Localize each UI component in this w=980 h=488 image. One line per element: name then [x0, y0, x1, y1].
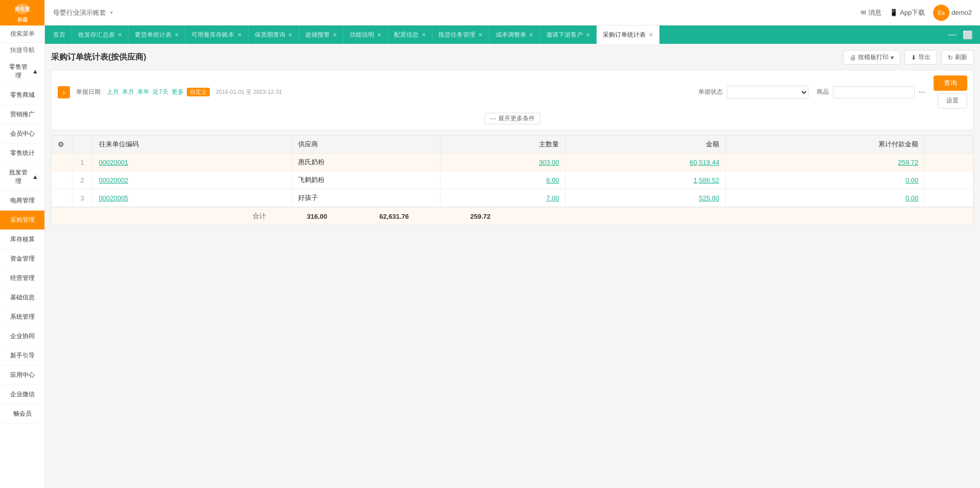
refresh-button[interactable]: ↻ 刷新 — [941, 50, 974, 65]
sidebar-item-newbie[interactable]: 新手引导 — [0, 346, 44, 366]
row-settings-cell — [52, 171, 72, 189]
tab-receive-pay[interactable]: 收发存汇总表 × — [72, 25, 129, 44]
supplier-code-cell: 00020001 — [92, 153, 291, 171]
sidebar-item-sys-manage[interactable]: 系统管理 — [0, 307, 44, 327]
sidebar-item-retail-mall[interactable]: 零售商城 — [0, 86, 44, 105]
sidebar-item-finance[interactable]: 资金管理 — [0, 249, 44, 269]
paid-cell: 0.00 — [726, 171, 925, 189]
tab-close-purchase-stats[interactable]: × — [649, 31, 653, 38]
workspace-dropdown-icon: ▾ — [110, 10, 113, 15]
tab-goods-stats[interactable]: 要货单统计表 × — [129, 25, 185, 44]
table-row[interactable]: 2 00020002 飞鹤奶粉 6.00 1,586.52 0.00 — [52, 171, 973, 189]
tab-bar: 首页 收发存汇总表 × 要货单统计表 × 可用量库存账本 × 保质期查询 × 超… — [45, 25, 980, 44]
extra-cell — [925, 189, 973, 207]
sidebar-item-retail-manage[interactable]: 零售管理 ▲ — [0, 58, 44, 86]
tab-config[interactable]: 配置信息 × — [388, 25, 432, 44]
custom-badge[interactable]: 自定义 — [187, 88, 210, 96]
table-body: 1 00020001 惠氏奶粉 303.00 60,519.44 259.72 … — [52, 153, 973, 207]
sidebar-item-inventory[interactable]: 库存核算 — [0, 230, 44, 249]
workspace-selector[interactable]: 母婴行业演示账套 ▾ — [53, 8, 113, 17]
tab-close-receive-pay[interactable]: × — [118, 31, 122, 38]
tab-close-cost-adjust[interactable]: × — [529, 31, 533, 38]
tab-available-stock[interactable]: 可用量库存账本 × — [185, 25, 248, 44]
shortcut-this-year[interactable]: 本年 — [137, 88, 150, 96]
tab-validity[interactable]: 保质期查询 × — [249, 25, 299, 44]
tab-close-invite-downstream[interactable]: × — [586, 31, 590, 38]
tab-close-goods-stats[interactable]: × — [175, 31, 179, 38]
sidebar-item-wholesale[interactable]: 批发管理 ▲ — [0, 163, 44, 191]
table-row[interactable]: 3 00020005 好孩子 7.00 525.80 0.00 — [52, 189, 973, 207]
col-amount: 金额 — [566, 136, 726, 153]
col-paid: 累计付款金额 — [726, 136, 925, 153]
sidebar-item-marketing[interactable]: 营销推广 — [0, 105, 44, 124]
message-btn[interactable]: ✉ 消息 — [861, 8, 881, 17]
content-area: 采购订单统计表(按供应商) 🖨 按模板打印 ▾ ⬇ 导出 ↻ 刷新 — [45, 44, 980, 488]
col-settings-icon[interactable]: ⚙ — [58, 140, 64, 148]
tab-purchase-stats[interactable]: 采购订单统计表 × — [597, 25, 659, 44]
col-settings: ⚙ — [52, 136, 72, 153]
shortcut-this-month[interactable]: 本月 — [122, 88, 134, 96]
goods-input[interactable] — [833, 86, 915, 98]
sidebar-item-purchase[interactable]: 采购管理 — [0, 211, 44, 230]
search-button[interactable]: 查询 — [934, 75, 967, 91]
filter-area: › 单据日期 上月 本月 本年 近7天 更多 自定义 2016-01-01 至 … — [51, 70, 974, 130]
tab-function-desc[interactable]: 功能说明 × — [344, 25, 388, 44]
tab-close-config[interactable]: × — [422, 31, 426, 38]
row-settings-cell — [52, 189, 72, 207]
top-header: 母婴行业演示账套 ▾ ✉ 消息 📱 App下载 Ea demo2 — [45, 0, 980, 25]
filter-divider: ⋯ 展开更多条件 — [58, 113, 967, 124]
col-supplier-name: 供应商 — [291, 136, 440, 153]
table-footer: 合计 316.00 62,631.76 259.72 — [52, 207, 973, 225]
status-filter-group: 单据状态 — [698, 86, 808, 99]
tab-home[interactable]: 首页 — [47, 25, 72, 44]
amount-cell: 1,586.52 — [566, 171, 726, 189]
amount-cell: 525.80 — [566, 189, 726, 207]
date-range: 2016-01-01 至 2023-12-31 — [216, 88, 282, 96]
export-button[interactable]: ⬇ 导出 — [904, 50, 937, 65]
export-icon: ⬇ — [911, 54, 916, 61]
status-label: 单据状态 — [698, 88, 723, 96]
tab-maximize-btn[interactable]: ⬜ — [962, 29, 974, 41]
tab-close-function-desc[interactable]: × — [377, 31, 381, 38]
tab-close-picking[interactable]: × — [478, 31, 482, 38]
print-icon: 🖨 — [850, 54, 856, 61]
app-download-btn[interactable]: 📱 App下载 — [890, 8, 925, 17]
sidebar-item-operation[interactable]: 经营管理 — [0, 269, 44, 288]
sidebar-item-basic-info[interactable]: 基础信息 — [0, 288, 44, 307]
shortcut-last-month[interactable]: 上月 — [107, 88, 119, 96]
avatar: Ea — [933, 5, 949, 21]
expand-filter-btn[interactable]: ⋯ 展开更多条件 — [484, 113, 541, 124]
col-extra — [925, 136, 973, 153]
sidebar-item-member[interactable]: 会员中心 — [0, 124, 44, 144]
settings-button[interactable]: 设置 — [938, 93, 967, 109]
page-title: 采购订单统计表(按供应商) — [51, 52, 146, 63]
tab-minimize-btn[interactable]: — — [947, 29, 958, 40]
filter-row-1: › 单据日期 上月 本月 本年 近7天 更多 自定义 2016-01-01 至 … — [58, 75, 967, 109]
data-table: ⚙ 往来单位编码 供应商 主数量 金额 — [52, 136, 973, 207]
table-row[interactable]: 1 00020001 惠氏奶粉 303.00 60,519.44 259.72 — [52, 153, 973, 171]
supplier-code-cell: 00020005 — [92, 189, 291, 207]
tab-close-overstock[interactable]: × — [333, 31, 337, 38]
sidebar-item-ecommerce[interactable]: 电商管理 — [0, 191, 44, 211]
tab-close-available-stock[interactable]: × — [237, 31, 241, 38]
sidebar-item-retail-stats[interactable]: 零售统计 — [0, 144, 44, 163]
tab-invite-downstream[interactable]: 邀请下游客户 × — [540, 25, 597, 44]
print-button[interactable]: 🖨 按模板打印 ▾ — [843, 50, 900, 65]
sidebar-item-enterprise[interactable]: 企业协同 — [0, 327, 44, 346]
status-select[interactable] — [727, 86, 808, 99]
shortcut-7days[interactable]: 近7天 — [153, 88, 168, 96]
tab-close-validity[interactable]: × — [288, 31, 292, 38]
sidebar-item-wechat[interactable]: 企业微信 — [0, 385, 44, 404]
tab-picking[interactable]: 拣货任务管理 × — [432, 25, 489, 44]
tab-overstock[interactable]: 超储预警 × — [299, 25, 344, 44]
sidebar-search[interactable]: 搜索菜单 — [0, 25, 44, 43]
logo-icon: 好生意 — [14, 2, 31, 15]
more-options-btn[interactable]: ··· — [919, 88, 925, 97]
sidebar-item-app-center[interactable]: 应用中心 — [0, 366, 44, 385]
filter-toggle-btn[interactable]: › — [58, 86, 70, 98]
sidebar-quicknav[interactable]: 快捷导航 — [0, 43, 44, 58]
shortcut-more[interactable]: 更多 — [172, 88, 184, 96]
sidebar-item-vip[interactable]: 畅会员 — [0, 404, 44, 424]
user-menu[interactable]: Ea demo2 — [933, 5, 972, 21]
tab-cost-adjust[interactable]: 成本调整单 × — [489, 25, 540, 44]
